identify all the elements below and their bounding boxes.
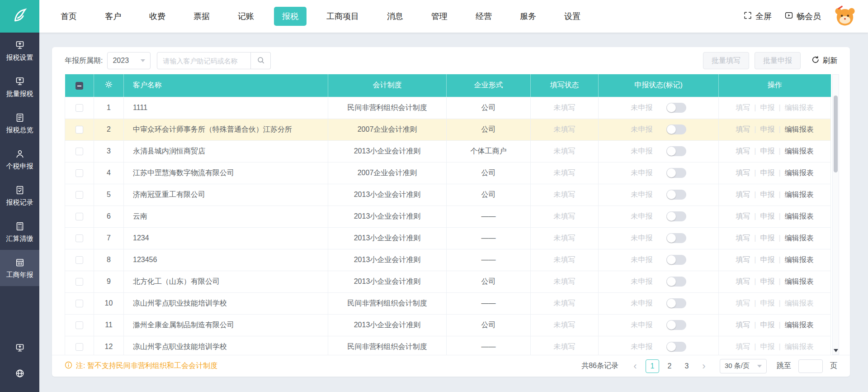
declare-action[interactable]: 申报 — [760, 256, 775, 263]
member-button[interactable]: 畅会员 — [784, 11, 821, 22]
row-checkbox[interactable] — [75, 256, 83, 264]
declare-mark-toggle[interactable] — [666, 342, 686, 352]
fill-action[interactable]: 填写 — [736, 191, 750, 198]
row-checkbox[interactable] — [75, 234, 83, 242]
declare-mark-toggle[interactable] — [666, 233, 686, 243]
declare-mark-toggle[interactable] — [666, 320, 686, 330]
row-checkbox[interactable] — [75, 148, 83, 155]
row-checkbox[interactable] — [75, 343, 83, 351]
page-size-select[interactable]: 30 条/页 — [720, 359, 767, 373]
edit-report-action[interactable]: 编辑报表 — [785, 321, 814, 329]
nav-item-bookkeeping[interactable]: 记账 — [230, 7, 262, 26]
declare-mark-toggle[interactable] — [666, 168, 686, 178]
row-checkbox[interactable] — [75, 104, 83, 112]
declare-mark-toggle[interactable] — [666, 255, 686, 265]
declare-mark-toggle[interactable] — [666, 124, 686, 134]
scroll-down-button[interactable] — [833, 349, 839, 352]
sidebar-item-client-download[interactable] — [0, 338, 39, 359]
declare-mark-toggle[interactable] — [666, 190, 686, 200]
sidebar-item-final-settlement[interactable]: 汇算清缴 — [0, 214, 39, 250]
nav-item-business-projects[interactable]: 工商项目 — [318, 7, 367, 26]
declare-action[interactable]: 申报 — [760, 147, 775, 155]
row-checkbox[interactable] — [75, 321, 83, 329]
declare-action[interactable]: 申报 — [760, 277, 775, 285]
row-checkbox[interactable] — [75, 126, 83, 134]
edit-report-action[interactable]: 编辑报表 — [785, 212, 814, 220]
declare-action[interactable]: 申报 — [760, 104, 775, 111]
declare-action[interactable]: 申报 — [760, 234, 775, 242]
edit-report-action[interactable]: 编辑报表 — [785, 299, 814, 307]
row-checkbox[interactable] — [75, 213, 83, 220]
sidebar-item-tax-records[interactable]: 报税记录 — [0, 177, 39, 214]
row-checkbox[interactable] — [75, 300, 83, 307]
declare-action[interactable]: 申报 — [760, 212, 775, 220]
declare-mark-toggle[interactable] — [666, 211, 686, 221]
row-checkbox[interactable] — [75, 191, 83, 199]
declare-action[interactable]: 申报 — [760, 191, 775, 198]
edit-report-action[interactable]: 编辑报表 — [785, 125, 814, 133]
gear-icon[interactable] — [104, 82, 113, 90]
row-checkbox[interactable] — [75, 278, 83, 286]
batch-declare-button[interactable]: 批量申报 — [755, 52, 801, 69]
mascot-avatar[interactable] — [834, 5, 856, 28]
nav-item-messages[interactable]: 消息 — [379, 7, 411, 26]
nav-item-settings[interactable]: 设置 — [556, 7, 589, 26]
prev-page-button[interactable]: ‹ — [628, 359, 642, 373]
nav-item-invoices[interactable]: 票据 — [185, 7, 218, 26]
nav-item-management[interactable]: 管理 — [423, 7, 456, 26]
fill-action[interactable]: 填写 — [736, 147, 750, 155]
vertical-scrollbar[interactable] — [832, 74, 839, 355]
edit-report-action[interactable]: 编辑报表 — [785, 256, 814, 263]
sidebar-item-batch-tax[interactable]: 批量报税 — [0, 69, 39, 105]
declare-action[interactable]: 申报 — [760, 169, 775, 177]
fill-action[interactable]: 填写 — [736, 169, 750, 177]
fill-action[interactable]: 填写 — [736, 104, 750, 111]
nav-item-services[interactable]: 服务 — [512, 7, 544, 26]
nav-item-home[interactable]: 首页 — [52, 7, 85, 26]
edit-report-action[interactable]: 编辑报表 — [785, 104, 814, 111]
declare-action[interactable]: 申报 — [760, 343, 775, 350]
declare-mark-toggle[interactable] — [666, 298, 686, 308]
edit-report-action[interactable]: 编辑报表 — [785, 169, 814, 177]
edit-report-action[interactable]: 编辑报表 — [785, 343, 814, 350]
page-number-3[interactable]: 3 — [680, 359, 693, 373]
scrollbar-thumb[interactable] — [834, 96, 838, 172]
sidebar-item-annual-report[interactable]: 工商年报 — [0, 250, 39, 286]
sidebar-item-globe[interactable] — [0, 363, 39, 384]
declare-action[interactable]: 申报 — [760, 299, 775, 307]
refresh-button[interactable]: 刷新 — [811, 56, 837, 66]
declare-action[interactable]: 申报 — [760, 321, 775, 329]
nav-item-tax[interactable]: 报税 — [274, 7, 307, 26]
edit-report-action[interactable]: 编辑报表 — [785, 147, 814, 155]
batch-fill-button[interactable]: 批量填写 — [703, 52, 749, 69]
year-select[interactable]: 2023 — [107, 52, 151, 69]
fill-action[interactable]: 填写 — [736, 212, 750, 220]
customer-search-input[interactable] — [157, 52, 251, 69]
app-logo[interactable] — [0, 0, 39, 33]
nav-item-customers[interactable]: 客户 — [97, 7, 129, 26]
select-all-checkbox[interactable] — [75, 82, 83, 90]
edit-report-action[interactable]: 编辑报表 — [785, 234, 814, 242]
edit-report-action[interactable]: 编辑报表 — [785, 277, 814, 285]
nav-item-fees[interactable]: 收费 — [141, 7, 174, 26]
fill-action[interactable]: 填写 — [736, 277, 750, 285]
fill-action[interactable]: 填写 — [736, 299, 750, 307]
declare-mark-toggle[interactable] — [666, 277, 686, 287]
edit-report-action[interactable]: 编辑报表 — [785, 191, 814, 198]
page-number-1[interactable]: 1 — [646, 359, 659, 373]
fill-action[interactable]: 填写 — [736, 234, 750, 242]
search-button[interactable] — [251, 52, 271, 69]
sidebar-item-tax-overview[interactable]: 报税总览 — [0, 105, 39, 141]
next-page-button[interactable]: › — [697, 359, 711, 373]
fill-action[interactable]: 填写 — [736, 125, 750, 133]
sidebar-item-tax-settings[interactable]: 报税设置 — [0, 33, 39, 69]
fullscreen-button[interactable]: 全屏 — [743, 11, 772, 22]
sidebar-item-personal-tax[interactable]: 个税申报 — [0, 141, 39, 177]
declare-action[interactable]: 申报 — [760, 125, 775, 133]
nav-item-operations[interactable]: 经营 — [467, 7, 500, 26]
declare-mark-toggle[interactable] — [666, 146, 686, 156]
row-checkbox[interactable] — [75, 169, 83, 177]
fill-action[interactable]: 填写 — [736, 343, 750, 350]
fill-action[interactable]: 填写 — [736, 256, 750, 263]
page-number-2[interactable]: 2 — [663, 359, 676, 373]
